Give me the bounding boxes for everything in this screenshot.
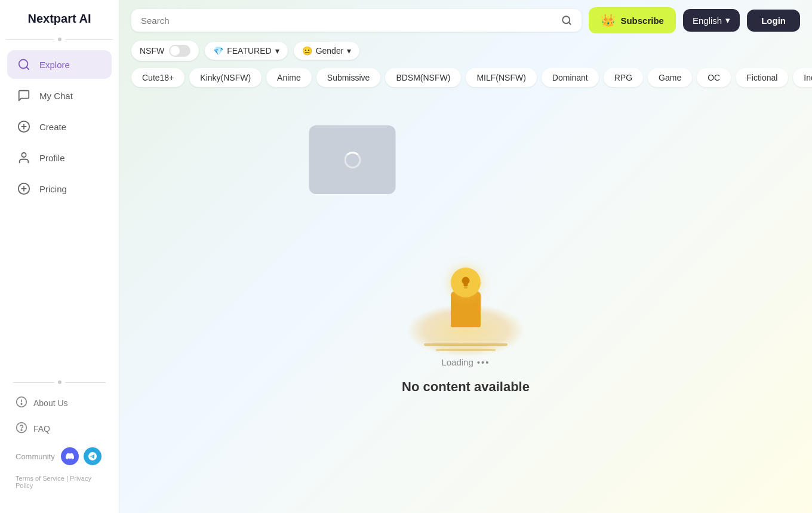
gender-label: Gender	[316, 46, 344, 56]
empty-illustration	[400, 250, 531, 357]
featured-filter-button[interactable]: 💎 FEATURED ▾	[205, 42, 287, 60]
footer-separator: |	[66, 475, 68, 482]
divider-dot	[58, 38, 61, 41]
loading-text-row: Loading •••	[441, 357, 490, 367]
telegram-button[interactable]	[84, 447, 102, 465]
terms-link[interactable]: Terms of Service	[16, 475, 64, 482]
svg-line-13	[569, 22, 571, 24]
language-button[interactable]: English ▾	[683, 9, 740, 32]
chat-icon	[16, 87, 32, 104]
app-logo: Nextpart AI	[0, 12, 119, 38]
loading-dots: •••	[477, 357, 490, 367]
profile-icon	[16, 149, 32, 166]
lamp-lines	[424, 343, 508, 351]
about-us-label: About Us	[33, 398, 68, 408]
featured-icon: 💎	[213, 46, 223, 56]
tag-bdsm[interactable]: BDSM(NSFW)	[385, 68, 461, 87]
sidebar-item-create[interactable]: Create	[7, 112, 112, 141]
pricing-icon	[16, 180, 32, 197]
explore-icon	[16, 56, 32, 73]
login-label: Login	[761, 16, 786, 26]
gender-icon: 😐	[302, 46, 312, 56]
sidebar: Nextpart AI Explore My Chat	[0, 0, 119, 513]
gender-chevron-icon: ▾	[347, 46, 351, 56]
search-bar	[131, 9, 582, 32]
community-label: Community	[16, 452, 55, 461]
create-icon	[16, 118, 32, 135]
login-button[interactable]: Login	[747, 10, 800, 32]
faq-icon	[16, 422, 27, 435]
sidebar-nav: Explore My Chat Create	[0, 50, 119, 368]
discord-button[interactable]	[61, 447, 79, 465]
crown-icon: 👑	[601, 13, 616, 27]
tag-kinky[interactable]: Kinky(NSFW)	[189, 68, 262, 87]
line-1	[424, 343, 508, 346]
sidebar-item-explore[interactable]: Explore	[7, 50, 112, 79]
content-area: Loading ••• No content available	[119, 96, 812, 513]
no-content-message: No content available	[402, 379, 530, 395]
header: 👑 Subscribe English ▾ Login	[119, 0, 812, 41]
svg-line-1	[26, 67, 29, 69]
tag-dominant[interactable]: Dominant	[542, 68, 599, 87]
language-label: English	[693, 16, 722, 26]
sidebar-item-faq[interactable]: FAQ	[7, 417, 112, 440]
tag-game[interactable]: Game	[648, 68, 692, 87]
sidebar-item-about-us[interactable]: About Us	[7, 391, 112, 414]
faq-label: FAQ	[33, 424, 50, 434]
sidebar-footer: Terms of Service | Privacy Policy	[7, 470, 112, 494]
loading-spinner	[344, 152, 361, 168]
tag-oc[interactable]: OC	[697, 68, 731, 87]
svg-point-5	[21, 153, 26, 157]
toggle-knob	[170, 46, 180, 56]
sidebar-item-explore-label: Explore	[39, 60, 70, 70]
search-input[interactable]	[141, 16, 555, 26]
svg-point-9	[21, 404, 22, 405]
featured-chevron-icon: ▾	[275, 46, 279, 56]
nsfw-toggle[interactable]: NSFW	[131, 41, 199, 61]
subscribe-button[interactable]: 👑 Subscribe	[589, 7, 676, 33]
sidebar-item-create-label: Create	[39, 122, 66, 132]
loading-text: Loading	[441, 357, 473, 367]
tag-fictional[interactable]: Fictional	[736, 68, 788, 87]
sidebar-item-my-chat-label: My Chat	[39, 91, 73, 101]
nsfw-switch[interactable]	[169, 45, 190, 57]
tag-incest[interactable]: Incest(NSFW)	[793, 68, 812, 87]
empty-state: Loading ••• No content available	[400, 250, 531, 395]
sidebar-item-pricing[interactable]: Pricing	[7, 174, 112, 203]
sidebar-item-my-chat[interactable]: My Chat	[7, 81, 112, 110]
gender-filter-button[interactable]: 😐 Gender ▾	[294, 42, 360, 60]
community-section: Community	[7, 443, 112, 468]
sidebar-divider-top	[0, 38, 119, 41]
sidebar-item-profile[interactable]: Profile	[7, 143, 112, 172]
featured-label: FEATURED	[227, 46, 271, 56]
lamp-bulb	[451, 268, 481, 297]
sidebar-divider-bottom	[7, 380, 112, 384]
tag-anime[interactable]: Anime	[266, 68, 312, 87]
nsfw-label: NSFW	[140, 46, 164, 56]
tag-rpg[interactable]: RPG	[604, 68, 643, 87]
svg-point-11	[21, 429, 22, 431]
sidebar-bottom: About Us FAQ Community	[0, 368, 119, 501]
line-2	[436, 349, 496, 351]
sidebar-item-pricing-label: Pricing	[39, 184, 67, 194]
language-chevron-icon: ▾	[725, 15, 730, 26]
search-button[interactable]	[561, 15, 572, 26]
tag-submissive[interactable]: Submissive	[316, 68, 381, 87]
loading-card	[309, 125, 396, 194]
sidebar-item-profile-label: Profile	[39, 153, 65, 163]
filter-bar: NSFW 💎 FEATURED ▾ 😐 Gender ▾	[119, 41, 812, 67]
tags-bar: Cute18+ Kinky(NSFW) Anime Submissive BDS…	[119, 67, 812, 96]
bottom-divider-dot	[58, 380, 61, 384]
tag-milf[interactable]: MILF(NSFW)	[466, 68, 536, 87]
main-content: 👑 Subscribe English ▾ Login NSFW 💎 FEATU…	[119, 0, 812, 513]
tag-cute18[interactable]: Cute18+	[131, 68, 184, 87]
community-icons	[61, 447, 102, 465]
subscribe-label: Subscribe	[620, 16, 664, 26]
about-icon	[16, 396, 27, 410]
